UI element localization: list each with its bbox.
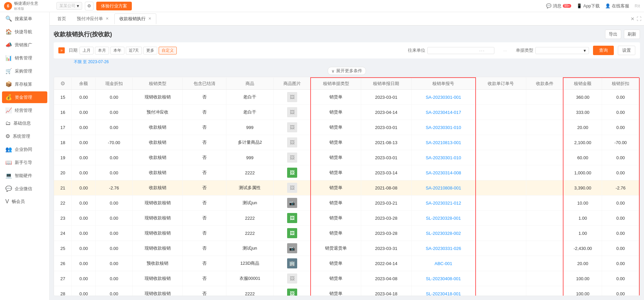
cell-goods-img: 🖼 xyxy=(273,150,311,165)
tab-prepay[interactable]: 预付冲应付单 ✕ xyxy=(72,13,114,24)
verify-doc-link[interactable]: SA-20210813-001 xyxy=(426,140,461,145)
filter-collapse-btn[interactable]: » xyxy=(58,47,65,53)
date-this-year[interactable]: 本年 xyxy=(110,47,124,54)
cell-receipt-order-no xyxy=(476,90,526,105)
sidebar-item-member[interactable]: V 畅会员 xyxy=(0,195,49,208)
cell-receipt-condition xyxy=(526,226,563,241)
cell-verify-doc-date: 2021-08-13 xyxy=(361,135,412,150)
verify-doc-link[interactable]: SA-20230314-008 xyxy=(426,170,461,175)
verify-doc-link[interactable]: SA-20230321-012 xyxy=(426,201,461,206)
app-download-button[interactable]: 📱 App下载 xyxy=(577,3,600,9)
system-icon: ⚙ xyxy=(5,133,10,139)
cell-verify-doc-no[interactable]: SA-20230301-010 xyxy=(411,120,476,135)
cell-receipt-condition xyxy=(526,165,563,180)
maximize-window-button[interactable]: ⛶ xyxy=(637,16,641,22)
date-this-month[interactable]: 本月 xyxy=(95,47,109,54)
message-button[interactable]: 💬 消息 99+ xyxy=(546,3,571,9)
verify-doc-link[interactable]: SA-20230301-010 xyxy=(426,125,461,130)
sidebar-item-wechat[interactable]: 💬 企业微信 xyxy=(0,182,49,195)
user-area[interactable]: Rit xyxy=(635,3,640,8)
date-last-month[interactable]: 上月 xyxy=(79,47,94,54)
sidebar-item-collab[interactable]: 👥 企业协同 xyxy=(0,143,49,156)
verify-doc-link[interactable]: SL-20230328-001 xyxy=(426,216,461,221)
cell-include-settled: 否 xyxy=(183,105,226,120)
cell-verify-type: 收款核销 xyxy=(132,150,183,165)
cell-goods-img: 🖼 xyxy=(273,120,311,135)
verify-doc-link[interactable]: ABC-001 xyxy=(435,261,452,266)
cell-verify-amount: 20.00 xyxy=(563,256,602,271)
online-service-button[interactable]: 👤 在线客服 xyxy=(605,3,629,9)
sidebar-item-marketing[interactable]: 📣 营销推广 xyxy=(0,38,49,51)
tab-receipt[interactable]: 收款核销执行 ✕ xyxy=(114,13,156,24)
sidebar-item-system[interactable]: ⚙ 系统管理 xyxy=(0,130,49,143)
col-header-settings[interactable]: ⚙ xyxy=(54,78,72,90)
sidebar-item-guide[interactable]: 📖 新手引导 xyxy=(0,156,49,169)
verify-doc-link[interactable]: SL-20230418-001 xyxy=(426,291,461,296)
close-window-button[interactable]: ✕ xyxy=(631,16,635,22)
settings-button[interactable]: 设置 xyxy=(618,46,635,55)
cell-verify-doc-no[interactable]: SA-20230331-026 xyxy=(411,241,476,256)
cell-verify-doc-date: 2023-03-01 xyxy=(361,90,412,105)
cell-verify-doc-no[interactable]: SA-20230301-001 xyxy=(411,90,476,105)
date-filter: 日期 上月 本月 本年 近7天 更多 自定义 xyxy=(69,47,177,54)
cell-verify-doc-no[interactable]: SA-20210808-001 xyxy=(411,180,476,196)
refresh-button[interactable]: 刷新 xyxy=(624,30,640,39)
sidebar-item-inventory[interactable]: 📦 库存核算 xyxy=(0,78,49,91)
cell-verify-discount: 0.00 xyxy=(602,105,639,120)
cell-include-settled: 否 xyxy=(183,135,226,150)
verify-doc-link[interactable]: SA-20230301-001 xyxy=(426,95,461,100)
cell-verify-discount: 0.00 xyxy=(602,286,639,296)
type-select[interactable]: ▾ xyxy=(535,47,589,54)
sidebar-item-basic[interactable]: 🗂 基础信息 xyxy=(0,117,49,130)
cell-goods: 测试多属性 xyxy=(226,180,274,196)
sidebar-item-operations[interactable]: 📈 经营管理 xyxy=(0,104,49,117)
date-custom[interactable]: 自定义 xyxy=(159,47,177,54)
cell-verify-doc-no[interactable]: SA-20230301-010 xyxy=(411,150,476,165)
sidebar-item-search[interactable]: 🔍 搜索菜单 xyxy=(0,12,49,25)
verify-doc-link[interactable]: SA-20230414-017 xyxy=(426,110,461,115)
expand-button[interactable]: ∨ 展开更多条件 xyxy=(328,67,366,75)
sidebar-item-purchase[interactable]: 🛒 采购管理 xyxy=(0,65,49,78)
cell-include-settled: 否 xyxy=(183,120,226,135)
verify-doc-link[interactable]: SL-20230328-002 xyxy=(426,231,461,236)
partner-input[interactable] xyxy=(430,48,477,53)
sidebar-item-sales[interactable]: 📊 销售管理 xyxy=(0,51,49,65)
tab-receipt-close[interactable]: ✕ xyxy=(148,16,151,21)
cell-verify-doc-date: 2023-04-18 xyxy=(361,286,412,296)
logo-text: 畅捷通好生意 xyxy=(14,1,38,6)
cell-verify-doc-no[interactable]: SL-20230328-001 xyxy=(411,211,476,226)
sidebar-item-quicknav[interactable]: 🏠 快捷导航 xyxy=(0,25,49,38)
query-button[interactable]: 查询 xyxy=(593,46,614,55)
cell-goods-img: 🖼 xyxy=(273,226,311,241)
verify-doc-link[interactable]: SA-20210808-001 xyxy=(426,185,461,190)
export-button[interactable]: 导出 xyxy=(605,30,621,39)
cell-verify-type: 收款核销 xyxy=(132,165,183,180)
cell-verify-doc-no[interactable]: SA-20230414-017 xyxy=(411,105,476,120)
verify-doc-link[interactable]: SA-20230301-010 xyxy=(426,155,461,160)
trial-button[interactable]: 体验行业方案 xyxy=(96,2,132,10)
sidebar-item-finance[interactable]: 💰 资金管理 xyxy=(2,91,47,103)
date-7days[interactable]: 近7天 xyxy=(126,47,142,54)
verify-doc-link[interactable]: SL-20230408-001 xyxy=(426,276,461,281)
cell-verify-doc-no[interactable]: SA-20210813-001 xyxy=(411,135,476,150)
table-row: 230.000.00现销收款核销否2222🖼销货单2023-03-28SL-20… xyxy=(54,211,639,226)
date-more[interactable]: 更多 xyxy=(143,47,157,54)
cell-receipt-condition xyxy=(526,150,563,165)
cell-verify-doc-no[interactable]: SA-20230314-008 xyxy=(411,165,476,180)
verify-doc-link[interactable]: SA-20230331-026 xyxy=(426,246,461,251)
col-header-verify-doc-type: 核销单据类型 xyxy=(311,78,361,90)
gear-button[interactable]: ⚙ xyxy=(85,2,94,10)
date-buttons: 上月 本月 本年 近7天 更多 自定义 xyxy=(79,47,177,54)
cell-verify-doc-no[interactable]: SL-20230328-002 xyxy=(411,226,476,241)
column-settings-icon[interactable]: ⚙ xyxy=(60,81,65,86)
tab-prepay-close[interactable]: ✕ xyxy=(106,16,109,21)
home-icon: 🏠 xyxy=(5,29,12,35)
tab-home[interactable]: 首页 xyxy=(52,13,71,24)
cell-verify-doc-no[interactable]: SL-20230408-001 xyxy=(411,271,476,286)
cell-verify-amount: 10.00 xyxy=(563,196,602,211)
cell-verify-doc-no[interactable]: SA-20230321-012 xyxy=(411,196,476,211)
cell-verify-doc-no[interactable]: SL-20230418-001 xyxy=(411,286,476,296)
cell-verify-doc-no[interactable]: ABC-001 xyxy=(411,256,476,271)
sidebar-item-hardware[interactable]: 💻 智能硬件 xyxy=(0,169,49,182)
company-selector[interactable]: 某某公司 ▾ xyxy=(56,2,82,10)
